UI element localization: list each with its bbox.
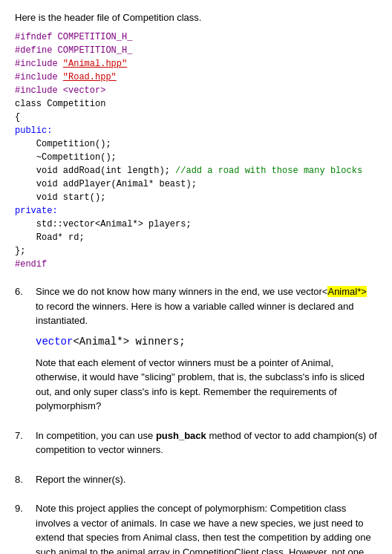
code-line-13: void start(); xyxy=(15,191,377,204)
code-line-6: class Competition xyxy=(15,97,377,111)
list-item-6: 6. Since we do not know how many winners… xyxy=(15,284,377,418)
code-line-1: #ifndef COMPETITION_H_ xyxy=(15,30,377,44)
code-line-11: void addRoad(int length); //add a road w… xyxy=(15,164,377,177)
code-line-12: void addPlayer(Animal* beast); xyxy=(15,177,377,191)
code-line-14: private: xyxy=(15,204,377,218)
list-item-9: 9. Note this project applies the concept… xyxy=(15,501,377,554)
code-line-8: public: xyxy=(15,124,377,137)
item-num-8: 8. xyxy=(15,472,36,487)
item-num-6: 6. xyxy=(15,284,36,299)
code-line-15: std::vector<Animal*> players; xyxy=(15,218,377,231)
list-item-8: 8. Report the winner(s). xyxy=(15,472,377,492)
item-num-7: 7. xyxy=(15,428,36,443)
code-line-17: }; xyxy=(15,244,377,258)
item-7-para: In competition, you can use push_back me… xyxy=(36,428,377,457)
code-block: #ifndef COMPETITION_H_ #define COMPETITI… xyxy=(15,30,377,271)
list-item-7: 7. In competition, you can use push_back… xyxy=(15,428,377,462)
code-line-18: #endif xyxy=(15,258,377,271)
item-6-code: vector<Animal*> winners; xyxy=(36,334,377,350)
code-line-7: { xyxy=(15,111,377,124)
pushback-bold: push_back xyxy=(156,430,206,441)
code-line-10: ~Competition(); xyxy=(15,151,377,164)
item-6-note: Note that each element of vector winners… xyxy=(36,356,377,414)
intro-text: Here is the header file of Competition c… xyxy=(15,12,377,23)
item-content-8: Report the winner(s). xyxy=(36,472,377,492)
item-content-6: Since we do not know how many winners in… xyxy=(36,284,377,418)
highlight-animal: Animal*> xyxy=(327,286,366,297)
item-6-para: Since we do not know how many winners in… xyxy=(36,284,377,328)
code-line-9: Competition(); xyxy=(15,137,377,151)
code-line-4: #include "Road.hpp" xyxy=(15,71,377,84)
numbered-list: 6. Since we do not know how many winners… xyxy=(15,284,377,554)
code-line-5: #include <vector> xyxy=(15,84,377,97)
item-8-para: Report the winner(s). xyxy=(36,472,377,487)
item-content-9: Note this project applies the concept of… xyxy=(36,501,377,554)
code-line-2: #define COMPETITION_H_ xyxy=(15,44,377,57)
item-num-9: 9. xyxy=(15,501,36,516)
item-9-para: Note this project applies the concept of… xyxy=(36,501,377,554)
item-content-7: In competition, you can use push_back me… xyxy=(36,428,377,462)
code-line-16: Road* rd; xyxy=(15,231,377,244)
code-line-3: #include "Animal.hpp" xyxy=(15,57,377,71)
